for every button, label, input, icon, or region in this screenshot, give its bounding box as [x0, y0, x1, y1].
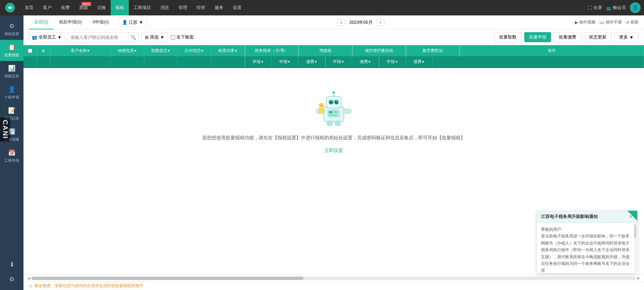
fullscreen-button[interactable]: ⛶ 全屏 — [588, 5, 602, 11]
th2-city-declare: 申报 ▼ — [325, 56, 352, 67]
batch-pay-button[interactable]: 批量缴费 — [554, 32, 581, 42]
edu-pay-filter-icon: ▼ — [422, 60, 425, 64]
month-navigation: ‹ 2023年05月 › — [337, 18, 384, 26]
bottom-notice: ⚠ 验证账密、采集信息均成功的企业才会流转至批量报税页面中 — [23, 281, 644, 290]
vip-button[interactable]: 📺 畅会员 — [606, 5, 626, 11]
svg-rect-21 — [329, 115, 337, 116]
filter-button[interactable]: ⊞ 筛选 ▼ — [141, 32, 168, 42]
th-compare-status: 比对状态 ▼ — [178, 45, 211, 56]
employee-chevron-icon: ▼ — [57, 35, 62, 40]
setup-link[interactable]: 立即设置 — [324, 148, 343, 154]
prev-month-button[interactable]: ‹ — [337, 18, 345, 26]
th-check-result: 检查结果 ▼ — [211, 45, 245, 56]
notification-popup: 江苏电子税务局升级影响通知 ✕ 尊敬的用户: 受当前电子税务局进一步升级的影响，… — [537, 211, 637, 273]
batch-report-button[interactable]: 批量申报 — [524, 32, 551, 42]
refresh-button[interactable]: ↺ 刷新 — [626, 19, 639, 25]
batch-fetch-button[interactable]: 批量取数 — [494, 32, 522, 42]
th2-empty6 — [178, 56, 211, 67]
employee-icon: 👥 — [32, 35, 37, 40]
popup-title: 江苏电子税务局升级影响通知 — [541, 214, 598, 220]
select-all-checkbox[interactable] — [28, 49, 32, 53]
th2-empty1 — [23, 56, 37, 67]
th-operation: 操作 — [460, 45, 644, 56]
tabs-bar: 全部(0) 税款申报(0) 0申报(0) 👤 江苏 ▼ ‹ 2023年05月 ›… — [23, 15, 644, 29]
next-month-button[interactable]: › — [377, 18, 385, 26]
nav-items: 首页 客户 收费 票据 NEW 记账 报税 工商项目 消息 管理 经营 服务 设… — [20, 0, 588, 15]
nav-manage[interactable]: 管理 — [174, 0, 192, 15]
toolbar: 👥 全部员工 ▼ 🔍 ⊞ 筛选 ▼ 名下账套 批量取数 批量申报 — [23, 29, 644, 45]
popup-corner-inner — [627, 211, 637, 221]
tabs-right-actions: ▶ 操作视频 📖 操作手册 ↺ 刷新 — [575, 19, 639, 25]
th2-empty4 — [111, 56, 144, 67]
nav-operation[interactable]: 经营 — [192, 0, 210, 15]
th-tax-type: 纳税性质 ▼ — [111, 45, 144, 56]
operation-video-button[interactable]: ▶ 操作视频 — [575, 19, 595, 25]
search-wrapper: 🔍 — [67, 32, 139, 42]
vip-icon: 📺 — [606, 5, 611, 10]
more-button[interactable]: 更多 ▼ — [614, 32, 639, 42]
sidebar-bottom: ⬇ ⚙ — [0, 257, 23, 290]
tab-all[interactable]: 全部(0) — [29, 15, 54, 29]
svg-rect-14 — [343, 109, 351, 114]
nav-settings[interactable]: 设置 — [228, 0, 246, 15]
nav-accounting[interactable]: 记账 — [93, 0, 111, 15]
region-selector[interactable]: 👤 江苏 ▼ — [118, 18, 147, 27]
tab-tax-declare[interactable]: 税款申报(0) — [54, 15, 87, 29]
operation-manual-button[interactable]: 📖 操作手册 — [599, 19, 622, 25]
employee-select[interactable]: 👥 全部员工 ▼ — [29, 32, 65, 42]
svg-point-17 — [319, 103, 324, 106]
svg-point-12 — [333, 91, 335, 93]
region-wrapper: 👤 江苏 ▼ — [117, 18, 147, 27]
city-declare-filter-icon: ▼ — [341, 60, 344, 64]
nav-fee[interactable]: 收费 — [56, 0, 74, 15]
nav-customer[interactable]: 客户 — [38, 0, 56, 15]
refresh-icon: ↺ — [626, 20, 629, 25]
popup-scrollbar[interactable] — [634, 224, 636, 271]
batch-tax-icon: 📋 — [8, 43, 16, 51]
avatar[interactable]: 👤 — [630, 2, 641, 13]
search-input[interactable] — [68, 35, 128, 40]
th-settings: ⚙ — [37, 45, 50, 56]
sidebar-item-tax-overview[interactable]: 📊 报税总览 — [0, 61, 23, 82]
fetch-filter-icon: ▼ — [167, 49, 171, 53]
vat-pay-filter-icon: ▼ — [314, 60, 318, 64]
search-button[interactable]: 🔍 — [128, 32, 138, 42]
checkbox-label[interactable]: 名下账套 — [171, 34, 194, 40]
th2-empty2 — [37, 56, 50, 67]
sidebar-download[interactable]: ⬇ — [0, 257, 23, 272]
sidebar-item-batch-tax[interactable]: 📋 批量报税 — [0, 40, 23, 61]
nav-bill[interactable]: 票据 NEW — [74, 0, 93, 15]
account-checkbox[interactable] — [171, 35, 175, 40]
city-pay-filter-icon: ▼ — [368, 60, 371, 64]
filter-icon: ⊞ — [145, 35, 149, 40]
scroll-track[interactable] — [32, 277, 636, 280]
tax-overview-icon: 📊 — [8, 64, 16, 72]
sidebar-config[interactable]: ⚙ — [0, 272, 23, 287]
compare-filter-icon: ▼ — [201, 49, 204, 53]
nav-home[interactable]: 首页 — [20, 0, 38, 15]
vat-declare-filter-icon: ▼ — [287, 60, 291, 64]
th2-empty7 — [211, 56, 245, 67]
nav-right-actions: ⛶ 全屏 📺 畅会员 👤 — [588, 2, 641, 13]
scroll-left-arrow[interactable]: ◀ — [26, 276, 32, 280]
nav-service[interactable]: 服务 — [210, 0, 228, 15]
nav-message[interactable]: 消息 — [156, 0, 174, 15]
top-navigation: 首页 客户 收费 票据 NEW 记账 报税 工商项目 消息 管理 经营 服务 设… — [0, 0, 644, 15]
sidebar-item-annual-report[interactable]: 📅 工商年报 — [0, 145, 23, 166]
logo[interactable] — [3, 1, 17, 14]
status-update-button[interactable]: 状态更新 — [584, 32, 611, 42]
tab-zero-declare[interactable]: 0申报(0) — [87, 15, 114, 29]
th2-edu-declare: 申报 ▼ — [379, 56, 406, 67]
popup-corner — [627, 211, 637, 221]
svg-point-9 — [336, 101, 337, 102]
th2-vat-declare: 申报 ▼ — [272, 56, 299, 67]
scroll-right-arrow[interactable]: ▶ — [636, 276, 641, 280]
sidebar-item-tax-settings[interactable]: ⚙ 报税设置 — [0, 19, 23, 40]
nav-business[interactable]: 工商项目 — [129, 0, 156, 15]
popup-body: 尊敬的用户: 受当前电子税务局进一步升级的影响，同一个政务网账号（办税人）名下的… — [537, 223, 637, 273]
nav-tax[interactable]: 报税 — [111, 0, 129, 15]
avatar-icon: 👤 — [633, 5, 638, 10]
config-icon: ⚙ — [8, 275, 16, 283]
fullscreen-icon: ⛶ — [588, 5, 592, 10]
sidebar-item-personal-tax[interactable]: 👤 个税申报 — [0, 82, 23, 103]
